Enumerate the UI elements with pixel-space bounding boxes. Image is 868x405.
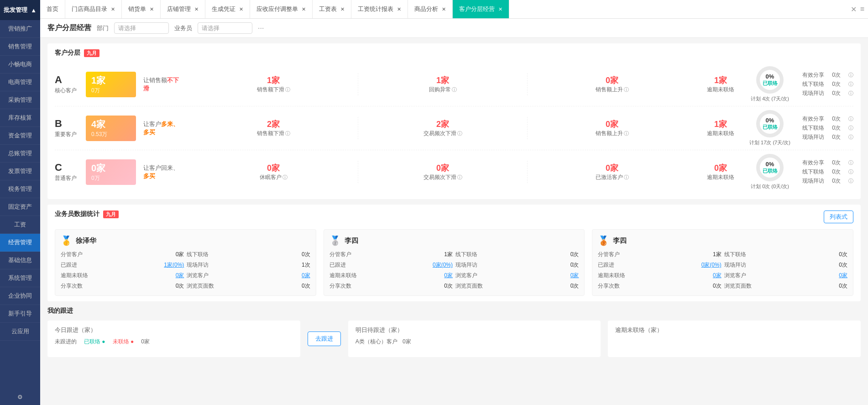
sidebar-item-operations[interactable]: 经营管理 bbox=[0, 234, 40, 252]
staff-0-s2-val[interactable]: 1家(0%) bbox=[164, 261, 184, 269]
tab-close-payroll-report[interactable]: ✕ bbox=[397, 6, 401, 12]
sidebar-item-system[interactable]: 系统管理 bbox=[0, 269, 40, 287]
sidebar-collapse-icon[interactable]: ▲ bbox=[31, 7, 37, 14]
tier-b-circle-plan: 计划 17次 (7天/次) bbox=[749, 139, 790, 146]
tier-b-rs-2-info[interactable]: ⓘ bbox=[848, 134, 853, 141]
sidebar-item-invoice[interactable]: 发票管理 bbox=[0, 163, 40, 180]
tab-ar-adjust[interactable]: 应收应付调整单✕ bbox=[250, 0, 313, 18]
tier-c-rs-0-info[interactable]: ⓘ bbox=[848, 159, 853, 166]
sidebar-item-purchase[interactable]: 采购管理 bbox=[0, 91, 40, 109]
tier-a-stat-2[interactable]: 0家 销售额上升 ⓘ bbox=[528, 73, 696, 95]
tier-c-contact[interactable]: 0家 逾期未联络 bbox=[700, 161, 741, 183]
tier-a-rs-1-label: 线下联络 bbox=[802, 80, 824, 88]
tier-b-stat-2-info[interactable]: ⓘ bbox=[624, 130, 629, 137]
tier-a-stat-1-info[interactable]: ⓘ bbox=[452, 86, 457, 93]
tier-b-stat-1-info[interactable]: ⓘ bbox=[457, 130, 462, 137]
sidebar-item-inventory[interactable]: 库存核算 bbox=[0, 109, 40, 127]
tier-c-rs-2-info[interactable]: ⓘ bbox=[848, 178, 853, 184]
tier-b-count-box[interactable]: 4家 0.53万 bbox=[86, 116, 136, 141]
tier-a-contact[interactable]: 1家 逾期未联络 bbox=[700, 73, 741, 95]
tab-customer-tier[interactable]: 客户分层经营✕ bbox=[453, 0, 509, 18]
tier-c-stat-0[interactable]: 0家 休眠客户 ⓘ bbox=[189, 161, 358, 183]
tier-b-stat-0[interactable]: 2家 销售额下滑 ⓘ bbox=[189, 117, 358, 139]
tab-close-store-products[interactable]: ✕ bbox=[111, 6, 115, 12]
sidebar-item-finance[interactable]: 资金管理 bbox=[0, 127, 40, 145]
tab-more-icon[interactable]: ≡ bbox=[860, 5, 864, 13]
staff-2-s5-label: 浏览客户 bbox=[724, 272, 746, 279]
tier-c-count: 0家 bbox=[91, 162, 131, 174]
tier-c-stat-1-info[interactable]: ⓘ bbox=[457, 174, 462, 181]
tier-c-circle-linked: 已联络 bbox=[763, 168, 778, 174]
tab-close-store-manage[interactable]: ✕ bbox=[194, 6, 199, 12]
tab-product-analysis[interactable]: 商品分析✕ bbox=[408, 0, 453, 18]
tab-close-ar-adjust[interactable]: ✕ bbox=[302, 6, 306, 12]
staff-1-s2-val[interactable]: 0家(0%) bbox=[433, 261, 453, 269]
tier-b-stat-2[interactable]: 0家 销售额上升 ⓘ bbox=[528, 117, 696, 139]
sidebar-item-sales[interactable]: 销售管理 bbox=[0, 38, 40, 56]
tier-b-rs-0-info[interactable]: ⓘ bbox=[848, 116, 853, 122]
tab-bar-actions: ✕ ≡ bbox=[847, 5, 868, 14]
tab-voucher[interactable]: 生成凭证✕ bbox=[205, 0, 250, 18]
tier-a-rs-1-info[interactable]: ⓘ bbox=[848, 81, 853, 88]
tab-home[interactable]: 首页 bbox=[40, 0, 65, 18]
tier-a-stat-0-info[interactable]: ⓘ bbox=[285, 86, 290, 93]
followup-overdue-card: 逾期未联络（家） bbox=[608, 321, 861, 357]
tier-c-rs-1-info[interactable]: ⓘ bbox=[848, 168, 853, 175]
staff-1-stat-3: 现场拜访 0次 bbox=[455, 261, 579, 269]
sidebar-item-cloud[interactable]: 云应用 bbox=[0, 323, 40, 341]
tier-b-rs-1-info[interactable]: ⓘ bbox=[848, 125, 853, 131]
staff-2-s2-val[interactable]: 0家(0%) bbox=[701, 261, 722, 269]
list-view-button[interactable]: 列表式 bbox=[824, 210, 853, 223]
sidebar-item-ledger[interactable]: 总账管理 bbox=[0, 145, 40, 163]
tab-sales-order[interactable]: 销货单✕ bbox=[122, 0, 161, 18]
tier-c-stat-1[interactable]: 0家 交易频次下滑 ⓘ bbox=[358, 161, 528, 183]
tab-store-manage[interactable]: 店铺管理✕ bbox=[161, 0, 205, 18]
tier-b-contact[interactable]: 1家 逾期未联络 bbox=[700, 117, 741, 139]
tier-a-stat-0[interactable]: 1家 销售额下滑 ⓘ bbox=[189, 73, 358, 95]
tier-a-count-box[interactable]: 1家 0万 bbox=[86, 72, 136, 97]
followup-go-button[interactable]: 去跟进 bbox=[308, 331, 341, 346]
tier-b-stat-1-label: 交易频次下滑 ⓘ bbox=[362, 130, 523, 137]
sidebar-item-basic[interactable]: 基础信息 bbox=[0, 252, 40, 269]
tier-a-rs-0-info[interactable]: ⓘ bbox=[848, 72, 853, 79]
tier-a-stat-1[interactable]: 1家 回购异常 ⓘ bbox=[358, 73, 528, 95]
tier-b-stat-0-info[interactable]: ⓘ bbox=[285, 130, 290, 137]
filter-more-btn[interactable]: ··· bbox=[258, 24, 264, 32]
staff-0-s5-val[interactable]: 0家 bbox=[302, 272, 310, 279]
tier-a-stat-0-label: 销售额下滑 ⓘ bbox=[193, 86, 354, 94]
staff-2-s4-val[interactable]: 0家 bbox=[713, 272, 722, 279]
tab-close-payslip[interactable]: ✕ bbox=[340, 6, 345, 12]
sidebar-item-payroll[interactable]: 工资 bbox=[0, 216, 40, 234]
tier-a-stat-2-info[interactable]: ⓘ bbox=[624, 86, 629, 93]
sidebar-item-ecom[interactable]: 电商管理 bbox=[0, 74, 40, 91]
tier-b-stat-1[interactable]: 2家 交易频次下滑 ⓘ bbox=[358, 117, 528, 139]
sidebar-item-collab[interactable]: 企业协同 bbox=[0, 287, 40, 305]
staff-2-s5-val[interactable]: 0家 bbox=[839, 272, 847, 279]
tier-a-rs-2-info[interactable]: ⓘ bbox=[848, 90, 853, 97]
sidebar-item-ecom-small[interactable]: 小畅电商 bbox=[0, 56, 40, 74]
sidebar-item-tax[interactable]: 税务管理 bbox=[0, 180, 40, 198]
tab-payroll-report[interactable]: 工资统计报表✕ bbox=[351, 0, 408, 18]
tab-store-products[interactable]: 门店商品目录✕ bbox=[65, 0, 122, 18]
staff-1-s5-val[interactable]: 0家 bbox=[570, 272, 579, 279]
dept-select[interactable]: 请选择 bbox=[114, 22, 169, 34]
tab-close-sales-order[interactable]: ✕ bbox=[150, 6, 154, 12]
sidebar-item-assets[interactable]: 固定资产 bbox=[0, 198, 40, 216]
sidebar-item-guide[interactable]: 新手引导 bbox=[0, 305, 40, 323]
tab-close-voucher[interactable]: ✕ bbox=[239, 6, 243, 12]
tier-c-stat-2-info[interactable]: ⓘ bbox=[624, 174, 629, 181]
settings-button[interactable]: ⚙ bbox=[0, 389, 40, 405]
followup-tier-a-val: 0家 bbox=[403, 338, 411, 345]
tab-bar: 首页 门店商品目录✕ 销货单✕ 店铺管理✕ 生成凭证✕ 应收应付调整单✕ 工资表… bbox=[40, 0, 868, 19]
tier-c-stat-2[interactable]: 0家 已激活客户 ⓘ bbox=[528, 161, 696, 183]
tab-close-customer-tier[interactable]: ✕ bbox=[498, 6, 502, 12]
sidebar-item-marketing[interactable]: 营销推广 bbox=[0, 20, 40, 38]
tier-c-count-box[interactable]: 0家 0万 bbox=[86, 159, 136, 185]
tab-close-all-icon[interactable]: ✕ bbox=[851, 5, 857, 14]
staff-select[interactable]: 请选择 bbox=[198, 22, 252, 34]
staff-1-s4-val[interactable]: 0家 bbox=[444, 272, 453, 279]
staff-0-s4-val[interactable]: 0家 bbox=[176, 272, 184, 279]
tab-payslip[interactable]: 工资表✕ bbox=[313, 0, 351, 18]
tier-c-stat-0-info[interactable]: ⓘ bbox=[282, 174, 288, 181]
tab-close-product-analysis[interactable]: ✕ bbox=[442, 6, 446, 12]
